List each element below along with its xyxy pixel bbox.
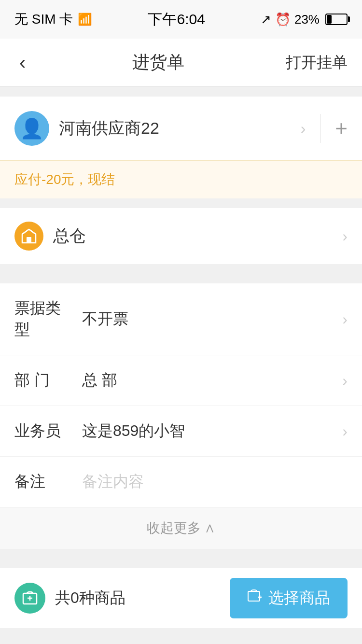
remark-row[interactable]: 备注 备注内容 [0, 457, 362, 507]
bottom-fill [0, 628, 362, 644]
remark-label: 备注 [14, 471, 72, 492]
goods-icon [14, 583, 45, 614]
select-goods-button[interactable]: 选择商品 [230, 578, 348, 618]
bottom-bar: 共0种商品 选择商品 [0, 568, 362, 628]
location-icon: ↗ [261, 12, 271, 27]
remark-placeholder[interactable]: 备注内容 [82, 471, 348, 492]
status-right: ↗ ⏰ 23% [261, 12, 348, 27]
alert-banner: 应付-20元，现结 [0, 160, 362, 198]
invoice-type-value: 不开票 [82, 308, 342, 330]
select-goods-icon [247, 588, 263, 608]
form-section: 票据类型 不开票 › 部 门 总 部 › 业务员 这是859的小智 › 备注 备… [0, 283, 362, 507]
nav-bar: ‹ 进货单 打开挂单 [0, 39, 362, 87]
bottom-divider [0, 549, 362, 559]
supplier-name: 河南供应商22 [59, 117, 301, 140]
supplier-row[interactable]: 👤 河南供应商22 › + [0, 97, 362, 160]
avatar-icon: 👤 [20, 117, 44, 140]
goods-count: 共0种商品 [55, 588, 230, 609]
salesperson-row[interactable]: 业务员 这是859的小智 › [0, 406, 362, 457]
salesperson-label: 业务员 [14, 420, 72, 442]
form-divider [0, 264, 362, 274]
status-bar: 无 SIM 卡 📶 下午6:04 ↗ ⏰ 23% [0, 0, 362, 39]
top-divider [0, 87, 362, 97]
warehouse-icon [14, 222, 43, 251]
warehouse-section: 总仓 › [0, 208, 362, 264]
back-button[interactable]: ‹ [14, 47, 30, 78]
department-row[interactable]: 部 门 总 部 › [0, 355, 362, 406]
collapse-label: 收起更多 ∧ [147, 519, 216, 537]
supplier-avatar: 👤 [14, 111, 49, 146]
carrier-text: 无 SIM 卡 [14, 10, 73, 28]
svg-rect-2 [248, 591, 260, 601]
supplier-chevron-icon: › [301, 120, 306, 138]
alarm-icon: ⏰ [275, 12, 291, 27]
salesperson-value: 这是859的小智 [82, 420, 342, 442]
salesperson-chevron-icon: › [342, 422, 348, 440]
open-pending-button[interactable]: 打开挂单 [286, 52, 348, 73]
invoice-type-label: 票据类型 [14, 298, 72, 340]
invoice-type-row[interactable]: 票据类型 不开票 › [0, 283, 362, 355]
warehouse-chevron-icon: › [342, 227, 348, 245]
supplier-divider [320, 114, 320, 143]
supplier-section: 👤 河南供应商22 › + 应付-20元，现结 [0, 97, 362, 198]
svg-rect-0 [27, 237, 31, 243]
status-left: 无 SIM 卡 📶 [14, 10, 92, 28]
department-label: 部 门 [14, 370, 72, 391]
collapse-button[interactable]: 收起更多 ∧ [0, 507, 362, 549]
department-chevron-icon: › [342, 372, 348, 390]
mid-divider [0, 198, 362, 208]
battery-text: 23% [294, 12, 320, 27]
page-title: 进货单 [132, 51, 184, 74]
add-button[interactable]: + [335, 116, 348, 140]
department-value: 总 部 [82, 370, 342, 391]
alert-text: 应付-20元，现结 [14, 172, 115, 187]
warehouse-label: 总仓 [53, 225, 342, 247]
warehouse-row[interactable]: 总仓 › [0, 208, 362, 264]
select-goods-label: 选择商品 [268, 588, 330, 609]
wifi-icon: 📶 [78, 13, 92, 26]
battery-icon [325, 14, 348, 25]
invoice-chevron-icon: › [342, 310, 348, 328]
status-time: 下午6:04 [148, 10, 205, 29]
